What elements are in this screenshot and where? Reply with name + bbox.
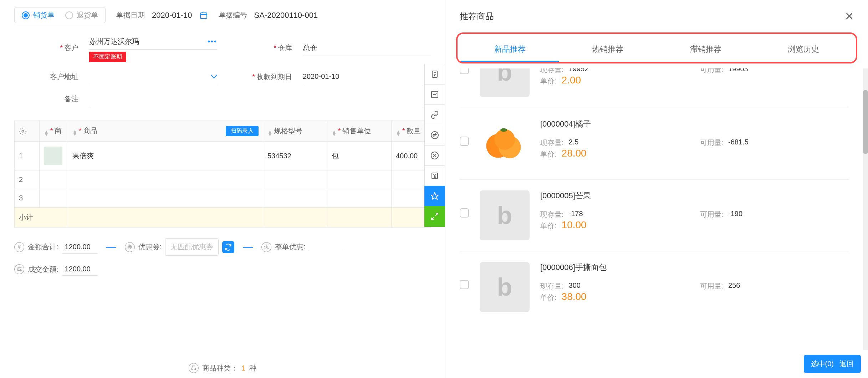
row-product[interactable]: 果倍爽 — [68, 142, 263, 170]
warehouse-value: 总仓 — [303, 43, 317, 53]
address-input[interactable] — [89, 69, 217, 84]
available-value: -681.5 — [728, 138, 749, 148]
item-checkbox[interactable] — [460, 208, 469, 218]
product-thumb-icon — [44, 147, 62, 165]
rail-expand-icon[interactable] — [424, 206, 445, 227]
chevron-down-icon[interactable] — [211, 75, 217, 79]
tab-sales[interactable]: 销货单 — [22, 10, 55, 20]
rail-doc-icon[interactable] — [424, 64, 445, 85]
price-value: 10.00 — [562, 219, 587, 230]
row-unit[interactable]: 包 — [327, 142, 392, 170]
tab-slow[interactable]: 滞销推荐 — [657, 37, 755, 62]
subtotal-label: 小计 — [15, 208, 68, 228]
item-checkbox[interactable] — [460, 137, 469, 146]
item-name: [0000005]芒果 — [540, 190, 849, 201]
item-name: [0000004]橘子 — [540, 119, 849, 129]
left-panel: 销货单 退货单 单据日期 2020-01-10 单据编号 SA-20200110… — [0, 0, 445, 378]
refresh-icon[interactable] — [222, 241, 234, 253]
available-label: 可用量: — [700, 210, 724, 219]
rp-list[interactable]: b 250ml 现存量:19952 可用量:19903 单价:2.00 [000… — [445, 68, 863, 350]
address-label: 客户地址 — [14, 72, 78, 82]
available-value: 256 — [728, 281, 740, 291]
customer-input[interactable]: 苏州万达沃尔玛 ••• — [89, 34, 217, 50]
rail-link-icon[interactable] — [424, 104, 445, 125]
list-item: b [0000005]芒果 现存量:-178 可用量:-190 单价:10.00 — [460, 180, 849, 251]
doc-no-value: SA-20200110-001 — [254, 11, 318, 20]
tab-hot[interactable]: 热销推荐 — [559, 37, 657, 62]
doc-no-group: 单据编号 SA-20200110-001 — [219, 10, 318, 20]
rail-star-icon[interactable] — [424, 186, 445, 206]
minus-icon: — — [243, 241, 253, 253]
rail-swap-icon[interactable] — [424, 125, 445, 145]
item-checkbox[interactable] — [460, 68, 469, 74]
col-spec[interactable]: ▲▼规格型号 — [263, 121, 327, 142]
table-row[interactable]: 1 果倍爽 534532 包 400.00 — [15, 142, 431, 170]
product-image-placeholder: b — [480, 68, 530, 97]
duedate-input[interactable]: 2020-01-10 — [303, 69, 431, 84]
calendar-icon[interactable] — [199, 11, 208, 20]
remark-label: 备注 — [14, 94, 78, 104]
type-icon: 品 — [189, 363, 199, 373]
svg-rect-0 — [200, 13, 207, 19]
available-label: 可用量: — [700, 68, 724, 75]
remark-input[interactable] — [89, 91, 431, 106]
col-product[interactable]: ▲▼*商品扫码录入 — [68, 121, 263, 142]
svg-line-17 — [432, 217, 434, 220]
footer-type-unit: 种 — [249, 363, 256, 373]
rail-yen-icon[interactable] — [424, 165, 445, 186]
yen-icon: ¥ — [14, 242, 24, 252]
back-label: 返回 — [839, 359, 854, 369]
col-merchant[interactable]: ▲▼*商 — [40, 121, 68, 142]
deal-row: 成 成交金额: 1200.00 — [14, 263, 431, 276]
row-spec[interactable]: 534532 — [263, 142, 327, 170]
product-image-placeholder: b — [480, 262, 530, 312]
item-checkbox[interactable] — [460, 280, 469, 289]
rp-tabs-highlight: 新品推荐 热销推荐 滞销推荐 浏览历史 — [456, 32, 857, 63]
col-unit[interactable]: ▲▼*销售单位 — [327, 121, 392, 142]
order-discount-label: 整单优惠: — [275, 242, 306, 252]
product-image-placeholder: b — [480, 190, 530, 240]
sort-icon: ▲▼ — [72, 130, 77, 136]
tab-new[interactable]: 新品推荐 — [461, 37, 559, 62]
stock-value: 2.5 — [569, 138, 579, 148]
customer-value: 苏州万达沃尔玛 — [89, 37, 139, 46]
order-discount-value[interactable] — [309, 245, 345, 249]
stock-label: 现存量: — [540, 138, 564, 148]
date-label: 单据日期 — [116, 10, 145, 20]
tab-history[interactable]: 浏览历史 — [755, 37, 852, 62]
svg-point-20 — [494, 129, 515, 150]
rail-chart-icon[interactable] — [424, 84, 445, 105]
rp-header: 推荐商品 ✕ — [445, 0, 868, 32]
product-image-orange — [480, 119, 530, 169]
form-grid: *客户 苏州万达沃尔玛 ••• 不固定账期 *仓库 总仓 客户地址 *收款到期日… — [14, 34, 431, 106]
stock-value: 300 — [569, 281, 581, 291]
select-return-button[interactable]: 选中(0) 返回 — [804, 355, 861, 373]
svg-point-10 — [431, 132, 438, 139]
coupon-label: 优惠券: — [138, 242, 162, 252]
scrollbar[interactable] — [863, 68, 868, 350]
close-icon[interactable]: ✕ — [845, 10, 854, 22]
radio-icon — [65, 11, 73, 19]
tab-sales-label: 销货单 — [33, 10, 55, 20]
table-row[interactable]: 2 — [15, 170, 431, 189]
item-info: [0000005]芒果 现存量:-178 可用量:-190 单价:10.00 — [540, 190, 849, 231]
item-name: [0000006]手撕面包 — [540, 262, 849, 273]
deal-value: 1200.00 — [62, 263, 98, 276]
subtotal-row: 小计 — [15, 208, 431, 228]
footer-type-value: 1 — [241, 364, 245, 372]
scan-button[interactable]: 扫码录入 — [226, 126, 259, 136]
stock-label: 现存量: — [540, 210, 564, 219]
gear-header[interactable] — [15, 121, 40, 142]
ellipsis-icon[interactable]: ••• — [208, 37, 217, 46]
warehouse-input[interactable]: 总仓 — [303, 40, 431, 56]
rail-bookmark-icon[interactable] — [424, 145, 445, 166]
available-value: 19903 — [728, 68, 748, 75]
coupon-input[interactable]: 无匹配优惠券 — [165, 238, 219, 256]
minus-icon: — — [106, 241, 116, 253]
radio-icon — [22, 11, 30, 19]
tab-returns[interactable]: 退货单 — [65, 10, 98, 20]
selected-label: 选中(0) — [811, 359, 834, 369]
table-row[interactable]: 3 — [15, 189, 431, 208]
date-value[interactable]: 2020-01-10 — [152, 11, 192, 20]
customer-label: *客户 — [14, 43, 78, 53]
